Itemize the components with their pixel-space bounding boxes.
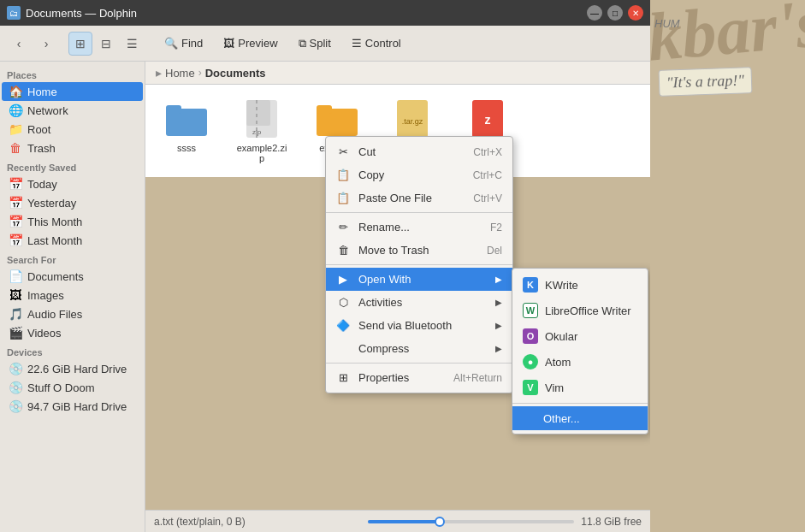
sidebar-item-audio[interactable]: 🎵 Audio Files <box>2 304 143 323</box>
sidebar-item-hd-94[interactable]: 💿 94.7 GiB Hard Drive <box>2 397 143 416</box>
sidebar-item-stuffo[interactable]: 💿 Stuff O Doom <box>2 378 143 397</box>
ctx-trash-label: Move to Trash <box>358 244 478 257</box>
okular-label: Okular <box>545 330 577 343</box>
control-label: Control <box>365 37 401 50</box>
ctx-item-trash[interactable]: 🗑 Move to Trash Del <box>326 239 512 262</box>
ctx-item-rename[interactable]: ✏ Rename... F2 <box>326 216 512 239</box>
paste-icon: 📋 <box>336 192 350 204</box>
sidebar-item-images[interactable]: 🖼 Images <box>2 286 143 304</box>
breadcrumb-documents: Documents <box>205 67 266 80</box>
sidebar-item-home[interactable]: 🏠 Home <box>2 82 143 101</box>
rename-icon: ✏ <box>336 221 350 233</box>
yesterday-icon: 📅 <box>9 196 22 210</box>
submenu-other[interactable]: Other... <box>512 406 648 430</box>
sidebar-item-videos-label: Videos <box>27 327 62 340</box>
ctx-item-openwith[interactable]: ▶ Open With ▶ K KWrite W <box>326 268 512 291</box>
statusbar-free-space: 11.8 GiB free <box>581 516 642 528</box>
ctx-item-paste[interactable]: 📋 Paste One File Ctrl+V <box>326 186 512 210</box>
statusbar-slider[interactable] <box>368 520 575 523</box>
file-name-ssss: ssss <box>177 143 196 153</box>
root-icon: 📁 <box>9 122 22 136</box>
sidebar-item-last-month-label: Last Month <box>27 234 82 247</box>
close-button[interactable]: ✕ <box>628 5 643 21</box>
ctx-properties-label: Properties <box>358 371 445 384</box>
control-button[interactable]: ☰ Control <box>345 33 408 53</box>
devices-label: Devices <box>0 342 145 359</box>
trash-icon: 🗑 <box>9 141 22 155</box>
minimize-button[interactable]: — <box>587 5 602 21</box>
sidebar-item-network[interactable]: 🌐 Network <box>2 101 143 120</box>
window-right-bg: kbar's "It's a trap!" HUM <box>650 0 805 532</box>
sidebar-item-documents-label: Documents <box>27 270 84 283</box>
preview-button[interactable]: 🖼 Preview <box>216 33 284 53</box>
back-button[interactable]: ‹ <box>7 32 31 56</box>
submenu-atom[interactable]: ● Atom <box>512 349 648 375</box>
breadcrumb-separator: › <box>198 67 202 79</box>
ctx-item-properties[interactable]: ⊞ Properties Alt+Return <box>326 366 512 389</box>
view-icons-button[interactable]: ⊞ <box>68 32 92 56</box>
sidebar-item-yesterday[interactable]: 📅 Yesterday <box>2 193 143 212</box>
kwrite-label: KWrite <box>545 279 578 292</box>
split-label: Split <box>310 37 331 50</box>
ctx-item-activities[interactable]: ⬡ Activities ▶ <box>326 291 512 314</box>
titlebar: 🗂 Documents — Dolphin — □ ✕ <box>0 0 650 26</box>
other-icon <box>523 411 536 425</box>
sidebar-item-trash[interactable]: 🗑 Trash <box>2 139 143 157</box>
documents-icon: 📄 <box>9 269 22 283</box>
svg-rect-7 <box>317 105 332 114</box>
sidebar-item-today[interactable]: 📅 Today <box>2 174 143 193</box>
audio-icon: 🎵 <box>9 307 22 321</box>
breadcrumb: ▸ Home › Documents <box>145 62 650 85</box>
sidebar-item-videos[interactable]: 🎬 Videos <box>2 323 143 342</box>
thismonth-icon: 📅 <box>9 215 22 228</box>
svg-rect-3 <box>246 100 270 126</box>
sidebar-item-documents[interactable]: 📄 Documents <box>2 267 143 286</box>
find-button[interactable]: 🔍 Find <box>157 33 210 53</box>
file-item-ssss[interactable]: ssss <box>156 95 217 167</box>
forward-button[interactable]: › <box>34 32 58 56</box>
find-icon: 🔍 <box>164 37 178 50</box>
stuffo-icon: 💿 <box>9 381 22 394</box>
breadcrumb-home[interactable]: Home <box>165 67 195 80</box>
places-label: Places <box>0 65 145 82</box>
split-button[interactable]: ⧉ Split <box>292 33 338 54</box>
sidebar-item-last-month[interactable]: 📅 Last Month <box>2 231 143 250</box>
cut-icon: ✂ <box>336 145 350 158</box>
file-item-example2zip[interactable]: zip example2.zip <box>231 95 293 167</box>
sidebar-item-this-month[interactable]: 📅 This Month <box>2 212 143 231</box>
lastmonth-icon: 📅 <box>9 233 22 247</box>
bluetooth-arrow: ▶ <box>495 321 502 330</box>
atom-label: Atom <box>545 356 571 369</box>
ctx-openwith-label: Open With <box>358 273 483 286</box>
context-menu: ✂ Cut Ctrl+X 📋 Copy Ctrl+C 📋 <box>325 136 513 393</box>
sidebar-item-network-label: Network <box>27 104 68 117</box>
ctx-rename-label: Rename... <box>358 221 482 233</box>
ctx-item-bluetooth[interactable]: 🔷 Send via Bluetooth ▶ <box>326 314 512 337</box>
ctx-bluetooth-label: Send via Bluetooth <box>358 319 483 332</box>
ctx-activities-label: Activities <box>358 296 483 309</box>
sidebar-item-hd-22[interactable]: 💿 22.6 GiB Hard Drive <box>2 359 143 378</box>
window-title: Documents — Dolphin <box>26 7 137 20</box>
view-compact-button[interactable]: ⊟ <box>94 32 118 56</box>
submenu-lowriter[interactable]: W LibreOffice Writer <box>512 298 648 323</box>
sidebar-item-today-label: Today <box>27 178 57 191</box>
svg-text:.tar.gz: .tar.gz <box>402 117 423 126</box>
lowriter-icon: W <box>523 303 538 318</box>
sidebar-item-root[interactable]: 📁 Root <box>2 120 143 139</box>
ctx-trash-shortcut: Del <box>487 245 502 257</box>
lowriter-label: LibreOffice Writer <box>545 304 631 317</box>
view-details-button[interactable]: ☰ <box>120 32 144 56</box>
ctx-item-copy[interactable]: 📋 Copy Ctrl+C <box>326 163 512 186</box>
statusbar: a.txt (text/plain, 0 B) 11.8 GiB free <box>145 510 650 532</box>
toolbar: ‹ › ⊞ ⊟ ☰ 🔍 Find 🖼 Preview ⧉ Spli <box>0 26 650 62</box>
svg-rect-1 <box>166 105 181 114</box>
view-buttons: ⊞ ⊟ ☰ <box>68 32 144 56</box>
ctx-item-cut[interactable]: ✂ Cut Ctrl+X <box>326 140 512 163</box>
submenu-vim[interactable]: V Vim <box>512 375 648 400</box>
statusbar-file-info: a.txt (text/plain, 0 B) <box>154 516 361 528</box>
maximize-button[interactable]: □ <box>607 5 623 21</box>
ctx-item-compress[interactable]: Compress ▶ <box>326 337 512 360</box>
submenu-kwrite[interactable]: K KWrite <box>512 272 648 298</box>
sidebar-item-trash-label: Trash <box>27 142 56 155</box>
submenu-okular[interactable]: O Okular <box>512 323 648 349</box>
